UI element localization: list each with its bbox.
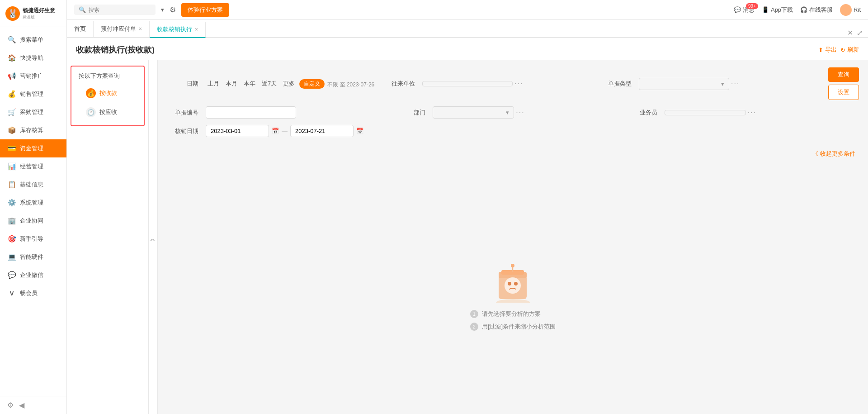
industry-solution-button[interactable]: 体验行业方案	[181, 3, 229, 17]
staff-label: 业务员	[635, 109, 657, 117]
svg-point-5	[508, 282, 511, 286]
sidebar-item-purchase[interactable]: 🛒 采购管理	[0, 103, 66, 121]
dept-select[interactable]: ▾	[433, 106, 514, 119]
filter-panel: 按以下方案查询 💰 按收款 🕐 按应收	[67, 60, 148, 414]
this-month-btn[interactable]: 本月	[224, 79, 239, 89]
custom-btn[interactable]: 自定义	[299, 79, 325, 89]
hardware-icon: 💻	[7, 252, 16, 262]
empty-illustration	[491, 253, 536, 303]
doc-number-input[interactable]	[206, 106, 296, 119]
settings-button[interactable]: 设置	[828, 85, 859, 100]
doc-type-select[interactable]: ▾	[639, 78, 729, 90]
sales-icon: 💰	[7, 90, 16, 99]
wechat-icon: 💬	[7, 271, 16, 280]
doc-type-field: ▾ ···	[639, 78, 814, 90]
query-button[interactable]: 查询	[828, 67, 859, 82]
page-actions: ⬆ 导出 ↻ 刷新	[818, 46, 859, 54]
calendar-end-icon[interactable]: 📅	[356, 128, 363, 134]
page-header: 收款核销执行(按收款) ⬆ 导出 ↻ 刷新	[67, 38, 868, 60]
search-main: 日期 上月 本月 本年 近7天 更多 自定义 不限 至 20	[158, 60, 868, 414]
collapse-row: 《 收起更多条件	[167, 143, 859, 162]
message-button[interactable]: 💬 消息 99+	[734, 6, 755, 14]
online-service-button[interactable]: 🎧 在线客服	[800, 6, 833, 14]
settings-icon[interactable]: ⚙	[7, 401, 14, 409]
page-title: 收款核销执行(按收款)	[76, 44, 155, 55]
service-icon: 🎧	[800, 6, 807, 13]
doc-type-more-icon[interactable]: ···	[731, 80, 740, 88]
counterparty-more-icon[interactable]: ···	[514, 80, 523, 88]
export-button[interactable]: ⬆ 导出	[818, 46, 837, 54]
staff-more-icon[interactable]: ···	[748, 109, 756, 117]
logo-icon: 🐰	[5, 6, 20, 21]
tab-receipt-verify[interactable]: 收款核销执行 ×	[150, 22, 206, 38]
search-menu-icon: 🔍	[7, 35, 16, 44]
counterparty-field: ···	[422, 80, 597, 88]
calendar-start-icon[interactable]: 📅	[272, 128, 279, 134]
app-logo: 🐰 畅捷通好生意 标准版	[0, 0, 66, 27]
sidebar-item-inventory[interactable]: 📦 库存核算	[0, 121, 66, 139]
verify-date-end-input[interactable]	[290, 125, 354, 137]
filter-by-receivable[interactable]: 🕐 按应收	[75, 103, 140, 122]
close-tab-button[interactable]: ✕	[847, 29, 853, 37]
last-month-btn[interactable]: 上月	[206, 79, 221, 89]
dept-more-icon[interactable]: ···	[516, 109, 524, 117]
svg-point-0	[496, 299, 530, 303]
doc-number-field	[206, 106, 400, 119]
form-row-3: 核销日期 📅 — 📅	[167, 125, 859, 137]
empty-state: 1 请先选择要分析的方案 2 用[过滤]条件来缩小分析范围	[158, 235, 868, 349]
sidebar-item-guide[interactable]: 🎯 新手引导	[0, 230, 66, 248]
filter-panel-title: 按以下方案查询	[75, 70, 140, 84]
user-profile[interactable]: Rit	[840, 4, 861, 16]
collapse-panel-button[interactable]: 《	[148, 60, 157, 414]
tab-home[interactable]: 首页	[67, 21, 94, 37]
export-icon: ⬆	[818, 47, 823, 53]
enterprise-icon: 🏢	[7, 216, 16, 225]
app-download-button[interactable]: 📱 App下载	[762, 6, 793, 14]
member-icon: V	[7, 289, 16, 298]
query-actions: 查询 设置	[828, 67, 859, 100]
this-year-btn[interactable]: 本年	[242, 79, 257, 89]
sidebar-item-hardware[interactable]: 💻 智能硬件	[0, 248, 66, 266]
tab-prepay[interactable]: 预付冲应付单 ×	[94, 21, 150, 37]
sidebar-item-wechat[interactable]: 💬 企业微信	[0, 266, 66, 284]
purchase-icon: 🛒	[7, 108, 16, 117]
sidebar-item-business[interactable]: 📊 经营管理	[0, 157, 66, 176]
topbar-dropdown-icon[interactable]: ▾	[161, 6, 164, 13]
more-btn[interactable]: 更多	[281, 79, 297, 89]
basic-info-icon: 📋	[7, 180, 16, 189]
filter-panel-box: 按以下方案查询 💰 按收款 🕐 按应收	[71, 66, 145, 126]
sidebar-item-finance[interactable]: 💳 资金管理	[0, 139, 66, 157]
sidebar-item-sales[interactable]: 💰 销售管理	[0, 85, 66, 103]
sidebar-item-basic-info[interactable]: 📋 基础信息	[0, 176, 66, 194]
sidebar-item-member[interactable]: V 畅会员	[0, 284, 66, 302]
business-icon: 📊	[7, 162, 16, 171]
tab-receipt-verify-close[interactable]: ×	[195, 26, 198, 33]
staff-field: ···	[665, 109, 859, 117]
date-label: 日期	[167, 80, 198, 88]
sidebar-item-quick-nav[interactable]: 🏠 快捷导航	[0, 49, 66, 67]
sidebar-item-search-menu[interactable]: 🔍 搜索菜单	[0, 31, 66, 49]
refresh-button[interactable]: ↻ 刷新	[840, 46, 859, 54]
dept-label: 部门	[407, 109, 425, 117]
tab-prepay-close[interactable]: ×	[139, 26, 142, 32]
staff-input[interactable]	[665, 110, 746, 115]
topbar-search-box[interactable]: 🔍	[74, 5, 156, 15]
collapse-more-button[interactable]: 《 收起更多条件	[809, 146, 859, 162]
doc-number-label: 单据编号	[167, 109, 198, 117]
last-7-days-btn[interactable]: 近7天	[260, 79, 278, 89]
counterparty-input[interactable]	[422, 81, 513, 86]
user-avatar	[840, 4, 852, 16]
topbar-search-input[interactable]	[89, 7, 143, 13]
sidebar-item-system[interactable]: ⚙️ 系统管理	[0, 194, 66, 212]
main-content: 🔍 ▾ ⚙ 体验行业方案 💬 消息 99+ 📱 App下载 🎧 在线客服 Rit	[67, 0, 868, 414]
guide-icon: 🎯	[7, 234, 16, 243]
filter-by-receipt[interactable]: 💰 按收款	[75, 84, 140, 103]
topbar-gear-icon[interactable]: ⚙	[170, 5, 176, 14]
tabbar-actions: ✕ ⤢	[847, 29, 868, 37]
sidebar-item-marketing[interactable]: 📢 营销推广	[0, 67, 66, 85]
verify-date-start-input[interactable]	[206, 125, 269, 137]
collapse-sidebar-icon[interactable]: ◀	[19, 401, 24, 409]
sidebar-item-enterprise[interactable]: 🏢 企业协同	[0, 212, 66, 230]
message-icon: 💬	[734, 6, 741, 13]
maximize-tab-button[interactable]: ⤢	[857, 29, 863, 37]
